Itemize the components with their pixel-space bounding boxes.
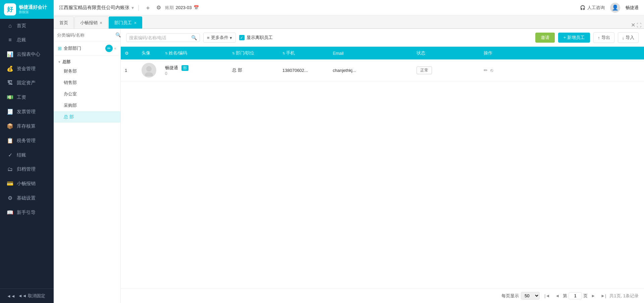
edit-button[interactable]: ✏ bbox=[484, 68, 488, 73]
dept-group-parent[interactable]: ▼ 总部 bbox=[54, 57, 120, 66]
sidebar: 好 畅捷通好会计 旗舰版 ⌂ 首页 ≡ 总账 📊 云报表中心 💰 资金管理 🏗 … bbox=[0, 0, 54, 303]
logo-text: 畅捷通好会计 旗舰版 bbox=[19, 4, 47, 15]
sidebar-item-checkout[interactable]: ✓ 结账 bbox=[0, 148, 54, 162]
page-content: 🔍 ⊞ 全部部门 ✏ « ▼ 总部 财务部 销售部 办公室 bbox=[54, 29, 644, 303]
dept-search-icon[interactable]: 🔍 bbox=[115, 32, 121, 38]
dept-add-button[interactable]: ✏ bbox=[105, 45, 113, 52]
sidebar-item-salary[interactable]: 💵 工资 bbox=[0, 90, 54, 104]
action-buttons: ✏ ⎋ bbox=[484, 68, 640, 73]
sidebar-item-fixed-assets[interactable]: 🏗 固定资产 bbox=[0, 76, 54, 90]
status-badge: 正常 bbox=[417, 67, 432, 74]
show-resigned-checkbox[interactable]: ✓ bbox=[239, 35, 245, 40]
sidebar-item-reports[interactable]: 📊 云报表中心 bbox=[0, 47, 54, 61]
cell-name: 畅捷通 部 0 bbox=[161, 59, 228, 81]
sidebar-logo[interactable]: 好 畅捷通好会计 旗舰版 bbox=[0, 0, 54, 19]
tab-home[interactable]: 首页 bbox=[54, 16, 74, 29]
col-index: ⚙ bbox=[121, 47, 138, 59]
company-dropdown-icon: ▾ bbox=[131, 5, 134, 10]
col-dept[interactable]: ⇅ 部门/职位 bbox=[228, 47, 278, 59]
employee-avatar bbox=[142, 63, 156, 78]
employee-search-bar: 🔍 bbox=[126, 33, 200, 42]
employee-search-input[interactable] bbox=[129, 35, 189, 40]
dept-item-sales[interactable]: 销售部 bbox=[54, 77, 120, 88]
tab-department[interactable]: 部门员工 × bbox=[109, 16, 142, 29]
sidebar-item-expense[interactable]: 💳 小畅报销 bbox=[0, 176, 54, 191]
dept-item-finance[interactable]: 财务部 bbox=[54, 66, 120, 77]
page-total-label: 共1页, 1条记录 bbox=[609, 293, 639, 299]
sidebar-item-invoice[interactable]: 🧾 发票管理 bbox=[0, 104, 54, 119]
tab-bar: 首页 小畅报销 × 部门员工 × ✕ ⛶ bbox=[54, 15, 644, 29]
dept-search-input[interactable] bbox=[57, 33, 113, 38]
sidebar-item-home[interactable]: ⌂ 首页 bbox=[0, 19, 54, 33]
col-actions: 操作 bbox=[480, 47, 644, 59]
dept-tree: ▼ 总部 财务部 销售部 办公室 采购部 总 部 bbox=[54, 56, 120, 124]
checkout-icon: ✓ bbox=[7, 152, 13, 158]
tab-expand[interactable]: ⛶ bbox=[637, 23, 641, 28]
col-name[interactable]: ⇅ 姓名/编码 bbox=[161, 47, 228, 59]
employee-search-icon[interactable]: 🔍 bbox=[191, 35, 197, 40]
dept-collapse-button[interactable]: « bbox=[114, 46, 116, 51]
cell-email: chanjethkj... bbox=[329, 59, 413, 81]
import-button[interactable]: ↓ 导入 bbox=[618, 32, 639, 43]
invite-button[interactable]: 邀请 bbox=[535, 33, 555, 43]
sidebar-item-ledger[interactable]: ≡ 总账 bbox=[0, 33, 54, 47]
admin-badge: 部 bbox=[181, 65, 189, 71]
col-status: 状态 bbox=[413, 47, 480, 59]
ledger-icon: ≡ bbox=[7, 37, 13, 43]
sidebar-item-settings[interactable]: ⚙ 基础设置 bbox=[0, 191, 54, 205]
add-company-button[interactable]: ＋ bbox=[144, 3, 152, 12]
col-email: Email bbox=[329, 47, 413, 59]
per-page-select[interactable]: 50 100 200 bbox=[521, 292, 540, 300]
page-first-button[interactable]: |◄ bbox=[542, 293, 552, 299]
inventory-icon: 📦 bbox=[7, 123, 13, 129]
filter-dropdown-icon: ▾ bbox=[230, 35, 232, 40]
topbar-right: 🎧 人工咨询 👤 畅捷通 bbox=[580, 3, 639, 13]
topbar: 江西服宝精品有限责任公司内账张 ▾ | ＋ ⚙ 账期 2023-03 📅 🎧 人… bbox=[54, 0, 644, 15]
table-row: 1 畅捷通 部 bbox=[121, 59, 644, 81]
avatar-icon: 👤 bbox=[612, 4, 619, 11]
username-label: 畅捷通 bbox=[626, 5, 639, 11]
col-phone[interactable]: ⇅ 手机 bbox=[278, 47, 329, 59]
dept-item-procurement[interactable]: 采购部 bbox=[54, 100, 120, 111]
sidebar-unpin-button[interactable]: ◄◄ ◄◄ 取消固定 bbox=[0, 289, 54, 303]
tab-department-close[interactable]: × bbox=[134, 20, 137, 26]
sort-name-icon: ⇅ bbox=[165, 51, 169, 55]
company-selector[interactable]: 江西服宝精品有限责任公司内账张 ▾ bbox=[59, 5, 134, 11]
settings-button[interactable]: ⚙ bbox=[156, 4, 161, 11]
capital-icon: 💰 bbox=[7, 66, 13, 72]
grid-icon: ⊞ bbox=[58, 46, 62, 51]
tab-expense-close[interactable]: × bbox=[100, 20, 102, 26]
export-icon: ↑ bbox=[598, 35, 600, 40]
home-icon: ⌂ bbox=[7, 23, 13, 29]
expense-icon: 💳 bbox=[7, 180, 13, 187]
department-panel: 🔍 ⊞ 全部部门 ✏ « ▼ 总部 财务部 销售部 办公室 bbox=[54, 29, 121, 303]
add-employee-button[interactable]: + 新增员工 bbox=[558, 33, 590, 43]
dept-item-office[interactable]: 办公室 bbox=[54, 88, 120, 100]
all-departments-header[interactable]: ⊞ 全部部门 ✏ « bbox=[54, 41, 120, 56]
calendar-icon[interactable]: 📅 bbox=[194, 5, 199, 10]
fixed-assets-icon: 🏗 bbox=[7, 80, 13, 86]
sidebar-item-archive[interactable]: 🗂 归档管理 bbox=[0, 162, 54, 176]
tab-close-all[interactable]: ✕ bbox=[631, 22, 635, 28]
reports-icon: 📊 bbox=[7, 51, 13, 57]
sidebar-item-inventory[interactable]: 📦 库存核算 bbox=[0, 119, 54, 133]
export-button[interactable]: ↑ 导出 bbox=[593, 32, 614, 43]
sidebar-item-guide[interactable]: 📖 新手引导 bbox=[0, 205, 54, 220]
page-prev-button[interactable]: ◄ bbox=[553, 293, 561, 299]
tab-expense[interactable]: 小畅报销 × bbox=[74, 16, 108, 29]
sidebar-item-capital[interactable]: 💰 资金管理 bbox=[0, 61, 54, 76]
page-next-button[interactable]: ► bbox=[589, 293, 597, 299]
show-resigned-toggle[interactable]: ✓ 显示离职员工 bbox=[239, 35, 273, 41]
page-last-button[interactable]: ►| bbox=[599, 293, 608, 299]
cell-dept: 总 部 bbox=[228, 59, 278, 81]
service-button[interactable]: 🎧 人工咨询 bbox=[580, 5, 605, 11]
sidebar-item-tax[interactable]: 📋 税务管理 bbox=[0, 133, 54, 148]
page-number-input[interactable] bbox=[569, 292, 582, 299]
pagination-controls: |◄ ◄ 第 页 ► ►| 共1页, 1条记录 bbox=[542, 292, 639, 299]
filter-button[interactable]: ≡ 更多条件 ▾ bbox=[203, 33, 236, 43]
dept-item-general[interactable]: 总 部 bbox=[54, 111, 120, 123]
sort-dept-icon: ⇅ bbox=[232, 51, 236, 55]
user-avatar[interactable]: 👤 bbox=[610, 3, 620, 13]
per-page-selector: 每页显示 50 100 200 bbox=[501, 292, 540, 300]
logout-button[interactable]: ⎋ bbox=[490, 68, 493, 73]
